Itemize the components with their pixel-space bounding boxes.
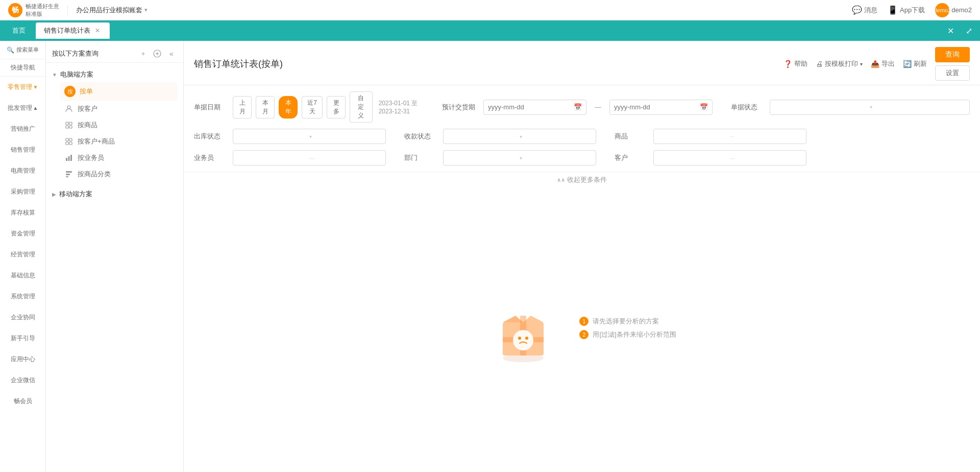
sidebar-item-system[interactable]: 系统管理 [0,286,45,307]
tabbar-right: ✕ ⤢ [943,23,976,38]
date-btn-group: 上月 本月 本年 近7天 更多 自定义 2023-01-01 至 2023-12… [233,91,424,123]
active-scheme-icon: 按 [64,86,76,97]
scheme-item-by-order[interactable]: 按 按单 [60,82,177,101]
salesperson-more-icon[interactable]: ··· [309,154,381,162]
tab-home[interactable]: 首页 [4,22,34,39]
sidebar-item-members[interactable]: 畅会员 [0,391,45,412]
salesperson-select[interactable]: ··· [233,150,386,166]
doc-status-label: 单据状态 [731,103,762,112]
sidebar-item-inventory[interactable]: 库存核算 [0,202,45,223]
customer-select[interactable]: ··· [653,150,806,166]
page-header: 销售订单统计表(按单) ❓ 帮助 🖨 按模板打印 ▾ 📤 导出 [184,41,980,85]
last-7days-btn[interactable]: 近7天 [302,96,323,119]
delivery-status-label: 出库状态 [194,132,225,141]
scheme-category-title-pc[interactable]: ▼ 电脑端方案 [52,67,177,82]
divider [67,5,68,15]
salesperson-label: 业务员 [194,153,225,162]
sidebar-search[interactable]: 🔍 搜索菜单 [0,41,45,59]
sidebar-item-ecommerce[interactable]: 电商管理 [0,160,45,181]
window-title[interactable]: 办公用品行业模拟账套 ▾ [76,6,148,15]
department-select[interactable]: ▾ [443,150,596,166]
window-maximize-button[interactable]: ⤢ [962,23,976,38]
window-close-button[interactable]: ✕ [943,23,958,38]
page-title: 销售订单统计表(按单) [194,58,283,70]
more-btn[interactable]: 更多 [327,96,346,119]
filter-row-1: 单据日期 上月 本月 本年 近7天 更多 自定义 2023-01-01 至 20… [194,91,970,123]
topbar-left: 畅 畅捷通好生意 标准版 办公用品行业模拟账套 ▾ [8,3,148,17]
export-button[interactable]: 📤 导出 [871,59,895,68]
sidebar-item-wechat[interactable]: 企业微信 [0,370,45,391]
query-button[interactable]: 查询 [935,47,970,62]
scheme-item-by-customer[interactable]: 按客户 [60,101,177,117]
department-chevron-icon: ▾ [520,155,592,161]
sidebar-item-marketing[interactable]: 营销推广 [0,119,45,139]
svg-rect-8 [66,138,68,141]
customer-label: 客户 [615,153,645,162]
collapse-filter-button[interactable]: ∧∧ 收起更多条件 [184,172,980,187]
user-avatar: demo2 [935,3,949,17]
refresh-button[interactable]: 🔄 刷新 [903,59,927,68]
calendar-from-icon[interactable]: 📅 [574,103,582,111]
delivery-status-select[interactable]: ▾ [233,129,386,144]
sidebar-item-app-center[interactable]: 应用中心 [0,349,45,370]
refresh-icon: 🔄 [903,60,912,68]
sidebar-item-finance[interactable]: 资金管理 [0,223,45,244]
scheme-icon-salesperson [64,153,74,162]
empty-content: 1 请先选择要分析的方案 2 用[过滤]条件来缩小分析范围 [487,294,676,366]
goods-more-icon[interactable]: ··· [730,134,802,139]
svg-rect-11 [69,142,72,145]
sidebar-item-newbie[interactable]: 新手引导 [0,328,45,349]
help-button[interactable]: ❓ 帮助 [783,59,807,68]
sidebar-item-purchase[interactable]: 采购管理 [0,181,45,202]
right-panel: 销售订单统计表(按单) ❓ 帮助 🖨 按模板打印 ▾ 📤 导出 [184,41,980,472]
this-month-btn[interactable]: 本月 [256,96,275,119]
custom-btn[interactable]: 自定义 [350,91,372,123]
svg-point-25 [525,337,528,340]
svg-rect-13 [68,156,70,161]
sidebar-item-operations[interactable]: 经营管理 [0,244,45,265]
sidebar-item-sales[interactable]: 销售管理 [0,139,45,160]
scheme-item-by-category[interactable]: 按商品分类 [60,166,177,182]
expected-date-from-input[interactable] [488,103,574,111]
filter-section: 单据日期 上月 本月 本年 近7天 更多 自定义 2023-01-01 至 20… [184,85,980,187]
app-download-button[interactable]: 📱 App下载 [888,5,925,15]
doc-status-select[interactable]: ▾ [770,100,970,115]
user-menu[interactable]: demo2 demo2 [935,3,972,17]
edit-scheme-button[interactable] [152,48,163,59]
expected-date-to-input[interactable] [614,103,700,111]
receipt-status-select[interactable]: ▾ [443,129,596,144]
sidebar-item-retail[interactable]: 零售管理 ▼ [0,77,45,98]
last-month-btn[interactable]: 上月 [233,96,252,119]
scheme-category-title-mobile[interactable]: ▶ 移动端方案 [52,186,177,202]
calendar-to-icon[interactable]: 📅 [700,103,708,111]
tab-close-icon[interactable]: ✕ [93,27,102,35]
scheme-item-by-goods[interactable]: 按商品 [60,117,177,133]
filter-row-3: 业务员 ··· 部门 ▾ 客户 ··· [194,150,970,166]
this-year-btn[interactable]: 本年 [279,96,298,119]
page-actions: ❓ 帮助 🖨 按模板打印 ▾ 📤 导出 🔄 刷新 [783,47,970,81]
scheme-item-by-cust-goods[interactable]: 按客户+商品 [60,133,177,150]
tab-sales-order-stat[interactable]: 销售订单统计表 ✕ [36,22,110,39]
doc-status-chevron-icon: ▾ [870,104,965,110]
message-icon: 💬 [852,5,862,15]
setting-button[interactable]: 设置 [935,65,970,81]
svg-point-23 [513,330,533,350]
add-scheme-button[interactable]: ＋ [137,48,149,59]
print-button[interactable]: 🖨 按模板打印 ▾ [816,59,863,68]
sidebar-quick-nav[interactable]: 快捷导航 [0,59,45,77]
empty-illustration [487,294,559,366]
scheme-item-by-salesperson[interactable]: 按业务员 [60,150,177,166]
collapse-panel-button[interactable]: « [166,48,177,59]
sidebar-item-wholesale[interactable]: 批发管理 ▲ [0,98,45,119]
left-panel-header: 按以下方案查询 ＋ « [46,45,183,63]
empty-text: 1 请先选择要分析的方案 2 用[过滤]条件来缩小分析范围 [579,317,676,343]
expected-date-to[interactable]: 📅 [609,100,713,115]
expected-date-label: 预计交货期 [442,103,475,112]
customer-more-icon[interactable]: ··· [730,154,802,162]
sidebar-item-basic[interactable]: 基础信息 [0,265,45,286]
expected-date-from[interactable]: 📅 [483,100,586,115]
message-button[interactable]: 💬 消息 [852,5,877,15]
topbar: 畅 畅捷通好生意 标准版 办公用品行业模拟账套 ▾ 💬 消息 📱 App下载 d… [0,0,980,20]
sidebar-item-enterprise[interactable]: 企业协同 [0,307,45,328]
goods-select[interactable]: ··· [653,129,806,144]
